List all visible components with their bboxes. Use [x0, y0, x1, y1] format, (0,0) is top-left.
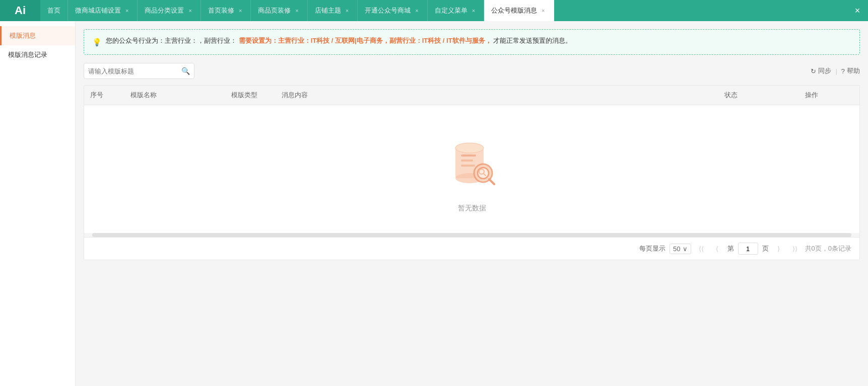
toolbar-row: 🔍 ↻ 同步 | ? 帮助	[84, 63, 860, 79]
svg-rect-4	[461, 160, 473, 162]
nav-tab-close[interactable]: ×	[124, 7, 130, 14]
nav-tab-close[interactable]: ×	[187, 7, 193, 14]
nav-tab-theme[interactable]: 店铺主题×	[308, 0, 358, 21]
svg-rect-3	[461, 155, 476, 157]
scrollbar-track	[92, 233, 851, 237]
nav-tab-close[interactable]: ×	[471, 7, 477, 14]
page-size-label: 每页显示	[639, 244, 665, 253]
svg-point-6	[455, 143, 484, 153]
divider: |	[835, 67, 837, 75]
sidebar-item-template-record[interactable]: 模版消息记录	[0, 45, 75, 64]
svg-rect-5	[461, 165, 475, 167]
nav-tab-close[interactable]: ×	[294, 7, 300, 14]
nav-tab-category[interactable]: 商品分类设置×	[138, 0, 201, 21]
page-total: 共0页，0条记录	[805, 244, 851, 253]
notice-text: 您的公众号行业为：主营行业：，副营行业： 需要设置为：主营行业：IT科技 / 互…	[106, 36, 851, 46]
app-logo: Ai	[0, 0, 40, 21]
toolbar-right: ↻ 同步 | ? 帮助	[811, 66, 860, 75]
notice-icon: 💡	[92, 36, 102, 48]
pagination-row: 每页显示 50 ∨ ⟨⟨ ⟨ 第 页 ⟩ ⟩⟩ 共0页，0条记录	[84, 237, 859, 260]
content-area: 💡 您的公众号行业为：主营行业：，副营行业： 需要设置为：主营行业：IT科技 /…	[76, 21, 868, 386]
chevron-down-icon: ∨	[683, 245, 688, 253]
scrollbar-area[interactable]	[84, 233, 859, 237]
sidebar-item-template-msg[interactable]: 模版消息	[0, 26, 75, 45]
nav-tab-close[interactable]: ×	[344, 7, 350, 14]
svg-line-10	[489, 179, 494, 184]
table-header: 序号 模版名称 模版类型 消息内容 状态 操作	[84, 86, 859, 105]
search-icon[interactable]: 🔍	[181, 67, 190, 75]
nav-tab-label: 首页	[47, 6, 60, 15]
col-status: 状态	[718, 86, 799, 105]
nav-tab-home[interactable]: 首页	[40, 0, 68, 21]
search-box: 🔍	[84, 63, 194, 79]
nav-tabs: 首页微商城店铺设置×商品分类设置×首页装修×商品页装修×店铺主题×开通公众号商城…	[40, 0, 847, 21]
nav-tab-wshop[interactable]: 微商城店铺设置×	[68, 0, 138, 21]
nav-tab-label: 商品分类设置	[145, 6, 184, 15]
nav-tab-custommenu[interactable]: 自定义菜单×	[428, 0, 484, 21]
notice-banner: 💡 您的公众号行业为：主营行业：，副营行业： 需要设置为：主营行业：IT科技 /…	[84, 29, 860, 55]
nav-tab-homepage[interactable]: 首页装修×	[201, 0, 251, 21]
help-icon: ?	[841, 67, 845, 75]
nav-tab-label: 首页装修	[208, 6, 234, 15]
nav-tab-wechat[interactable]: 开通公众号商城×	[358, 0, 427, 21]
nav-tab-label: 开通公众号商城	[365, 6, 411, 15]
nav-tab-label: 店铺主题	[315, 6, 341, 15]
page-unit: 页	[762, 244, 769, 253]
nav-tab-close[interactable]: ×	[540, 7, 546, 14]
last-page-button[interactable]: ⟩⟩	[789, 243, 801, 255]
sidebar: 模版消息模版消息记录	[0, 21, 76, 386]
page-size-select[interactable]: 50 ∨	[670, 244, 691, 254]
page-prefix: 第	[727, 244, 734, 253]
first-page-button[interactable]: ⟨⟨	[695, 243, 707, 255]
empty-state: 暂无数据	[84, 105, 859, 233]
col-seq: 序号	[84, 86, 124, 105]
col-name: 模版名称	[124, 86, 225, 105]
nav-tab-label: 微商城店铺设置	[75, 6, 121, 15]
next-page-button[interactable]: ⟩	[773, 243, 785, 255]
prev-page-button[interactable]: ⟨	[711, 243, 723, 255]
col-content: 消息内容	[276, 86, 718, 105]
top-nav: Ai 首页微商城店铺设置×商品分类设置×首页装修×商品页装修×店铺主题×开通公众…	[0, 0, 868, 21]
empty-text: 暂无数据	[458, 204, 486, 213]
page-number-input[interactable]	[738, 243, 758, 255]
main-layout: 模版消息模版消息记录 💡 您的公众号行业为：主营行业：，副营行业： 需要设置为：…	[0, 21, 868, 386]
help-button[interactable]: ? 帮助	[841, 66, 860, 75]
col-action: 操作	[799, 86, 859, 105]
data-table: 序号 模版名称 模版类型 消息内容 状态 操作	[84, 85, 860, 260]
nav-tab-template[interactable]: 公众号模版消息×	[484, 0, 554, 21]
empty-illustration	[442, 135, 502, 196]
search-input[interactable]	[88, 67, 181, 75]
nav-tab-label: 公众号模版消息	[491, 6, 537, 15]
nav-tab-close[interactable]: ×	[414, 7, 420, 14]
sync-icon: ↻	[811, 67, 816, 75]
global-close-button[interactable]: ×	[847, 0, 868, 21]
col-type: 模版类型	[225, 86, 276, 105]
nav-tab-label: 自定义菜单	[435, 6, 468, 15]
nav-tab-product[interactable]: 商品页装修×	[251, 0, 307, 21]
nav-tab-label: 商品页装修	[258, 6, 291, 15]
nav-tab-close[interactable]: ×	[237, 7, 243, 14]
sync-button[interactable]: ↻ 同步	[811, 66, 831, 75]
